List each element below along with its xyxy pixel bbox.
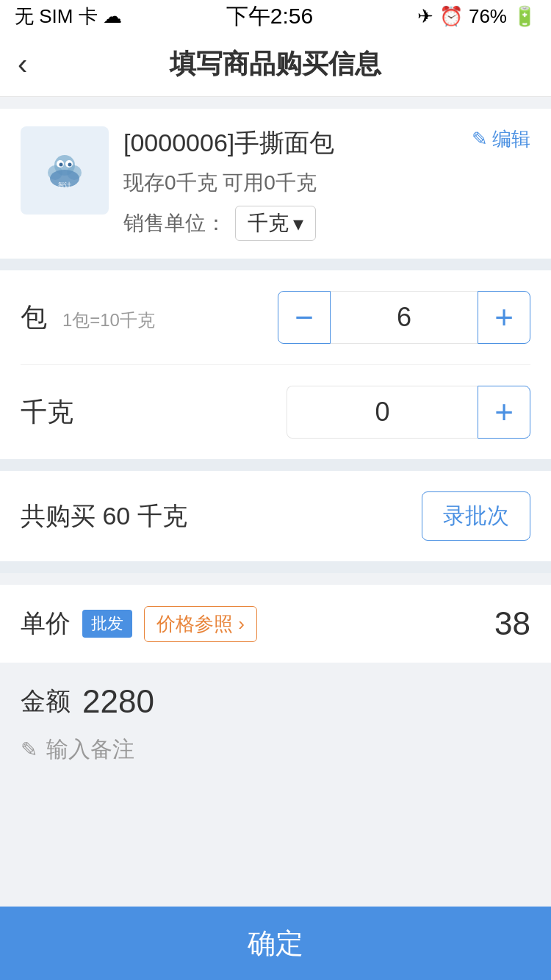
bao-label-group: 包 1包=10千克	[21, 300, 155, 336]
input-section: 包 1包=10千克 − + 千克 +	[0, 270, 551, 459]
edit-icon: ✎	[472, 128, 488, 151]
status-right: ✈ ⏰ 76% 🔋	[417, 5, 536, 28]
unit-value: 千克	[248, 209, 289, 237]
separator-3	[0, 561, 551, 573]
kg-plus-button[interactable]: +	[478, 386, 530, 439]
kg-controls: +	[287, 386, 530, 439]
pencil-icon: ✎	[21, 738, 37, 762]
bao-input[interactable]	[331, 291, 478, 344]
batch-button[interactable]: 录批次	[422, 491, 530, 541]
svg-point-7	[68, 163, 72, 167]
alarm-icon: ⏰	[439, 5, 463, 28]
product-stock: 现存0千克 可用0千克	[123, 169, 530, 197]
amount-row: 金额 2280	[21, 683, 530, 720]
separator-2	[0, 459, 551, 471]
location-icon: ✈	[417, 5, 433, 28]
product-image: 智计	[21, 126, 109, 215]
battery-icon: 🔋	[513, 5, 536, 28]
edit-label: 编辑	[492, 126, 530, 152]
spacer	[0, 777, 551, 923]
battery-text: 76%	[469, 5, 507, 28]
amount-label: 金额	[21, 685, 71, 718]
price-label: 单价	[21, 607, 71, 641]
bao-hint: 1包=10千克	[62, 310, 155, 330]
svg-point-6	[60, 163, 63, 167]
separator-1	[0, 259, 551, 270]
page-title: 填写商品购买信息	[170, 46, 381, 82]
product-unit-row: 销售单位： 千克 ▾	[123, 206, 530, 241]
sim-text: 无 SIM 卡 ☁	[15, 4, 122, 29]
price-left: 单价 批发 价格参照 ›	[21, 606, 257, 642]
product-name: [0000006]手撕面包	[123, 126, 530, 160]
kg-label: 千克	[21, 397, 73, 427]
bao-minus-button[interactable]: −	[278, 291, 331, 344]
nav-bar: ‹ 填写商品购买信息	[0, 32, 551, 97]
price-section: 单价 批发 价格参照 › 38	[0, 585, 551, 663]
price-row: 单价 批发 价格参照 › 38	[21, 605, 530, 642]
bao-label: 包	[21, 302, 47, 332]
kg-label-group: 千克	[21, 394, 73, 430]
confirm-button[interactable]: 确定	[0, 907, 551, 980]
amount-section: 金额 2280 ✎ 输入备注	[0, 663, 551, 777]
price-ref-button[interactable]: 价格参照 ›	[144, 606, 257, 642]
unit-label: 销售单位：	[123, 209, 226, 237]
status-time: 下午2:56	[226, 1, 313, 32]
total-row: 共购买 60 千克 录批次	[0, 471, 551, 561]
remark-placeholder: 输入备注	[46, 735, 134, 765]
kg-input-row: 千克 +	[21, 365, 530, 459]
status-bar: 无 SIM 卡 ☁ 下午2:56 ✈ ⏰ 76% 🔋	[0, 0, 551, 32]
back-button[interactable]: ‹	[18, 48, 27, 81]
price-value: 38	[494, 605, 530, 642]
remark-row[interactable]: ✎ 输入备注	[21, 735, 530, 765]
bao-plus-button[interactable]: +	[478, 291, 530, 344]
chevron-down-icon: ▾	[293, 212, 303, 236]
unit-select[interactable]: 千克 ▾	[235, 206, 316, 241]
product-info: [0000006]手撕面包 现存0千克 可用0千克 销售单位： 千克 ▾	[123, 126, 530, 241]
edit-button[interactable]: ✎ 编辑	[472, 126, 530, 152]
kg-input[interactable]	[287, 386, 478, 439]
svg-text:智计: 智计	[58, 181, 71, 189]
status-left: 无 SIM 卡 ☁	[15, 4, 122, 29]
bao-input-row: 包 1包=10千克 − +	[21, 270, 530, 365]
product-card: 智计 [0000006]手撕面包 现存0千克 可用0千克 销售单位： 千克 ▾ …	[0, 109, 551, 259]
total-text: 共购买 60 千克	[21, 500, 187, 533]
bao-controls: − +	[278, 291, 530, 344]
amount-value: 2280	[82, 683, 154, 720]
price-tag: 批发	[82, 610, 132, 638]
